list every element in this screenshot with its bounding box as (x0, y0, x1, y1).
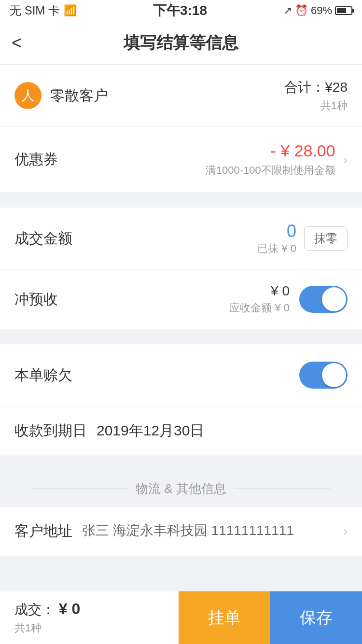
address-chevron-icon: › (343, 524, 348, 539)
chevron-right-icon: › (343, 152, 348, 168)
precharge-sub: 应收金额 ¥ 0 (229, 301, 290, 315)
due-date-label: 收款到期日 (14, 421, 87, 441)
nav-bar: < 填写结算等信息 (0, 21, 362, 65)
address-row[interactable]: 客户地址 张三 海淀永丰科技园 11111111111 › (0, 507, 362, 556)
bottom-deal-row: 成交： ¥ 0 (14, 600, 164, 619)
due-date-row: 收款到期日 2019年12月30日 (0, 406, 362, 455)
divider-2 (0, 336, 362, 344)
bottom-info: 成交： ¥ 0 共1种 (0, 600, 179, 635)
alarm-icon: ⏰ (295, 4, 308, 17)
address-value: 张三 海淀永丰科技园 11111111111 (82, 521, 294, 540)
transaction-sub: 已抹 ¥ 0 (257, 241, 296, 256)
wifi-icon: 📶 (64, 4, 77, 17)
transaction-right: 0 已抹 ¥ 0 抹零 (257, 221, 348, 256)
address-label: 客户地址 (14, 521, 72, 541)
sim-label: 无 SIM 卡 (10, 3, 60, 18)
transaction-label: 成交金额 (14, 229, 72, 249)
credit-section: 本单赊欠 收款到期日 2019年12月30日 (0, 344, 362, 455)
precharge-amount: ¥ 0 (229, 283, 290, 299)
customer-name: 零散客户 (50, 86, 108, 106)
address-left: 客户地址 张三 海淀永丰科技园 11111111111 (14, 521, 294, 541)
customer-summary: 合计：¥28 共1种 (284, 78, 348, 113)
toggle-knob (322, 287, 346, 311)
customer-left: 人 零散客户 (14, 82, 108, 109)
status-right: ↗ ⏰ 69% (283, 4, 352, 17)
avatar: 人 (14, 82, 42, 109)
credit-row: 本单赊欠 (0, 344, 362, 406)
divider-1 (0, 200, 362, 208)
coupon-label: 优惠券 (14, 150, 58, 169)
credit-toggle[interactable] (299, 362, 348, 389)
transaction-amount: 0 (257, 221, 296, 241)
avatar-icon: 人 (21, 86, 35, 105)
logistics-header: 物流 & 其他信息 (0, 471, 362, 507)
precharge-right: ¥ 0 应收金额 ¥ 0 (229, 283, 348, 315)
coupon-right: - ¥ 28.00 满1000-100不限制使用金额 › (206, 141, 348, 178)
bottom-deal-amount: ¥ 0 (59, 600, 80, 617)
divider-3 (0, 463, 362, 471)
precharge-label: 冲预收 (14, 290, 58, 309)
status-left: 无 SIM 卡 📶 (10, 3, 77, 18)
bottom-count: 共1种 (14, 621, 164, 635)
precharge-row: 冲预收 ¥ 0 应收金额 ¥ 0 (0, 269, 362, 329)
location-icon: ↗ (283, 4, 292, 17)
credit-toggle-knob (322, 363, 346, 387)
status-time: 下午3:18 (153, 1, 207, 20)
coupon-description: 满1000-100不限制使用金额 (206, 163, 335, 178)
back-button[interactable]: < (12, 33, 22, 53)
precharge-amounts: ¥ 0 应收金额 ¥ 0 (229, 283, 290, 315)
precharge-toggle[interactable] (299, 286, 348, 313)
page-title: 填写结算等信息 (124, 32, 238, 54)
transaction-section: 成交金额 0 已抹 ¥ 0 抹零 冲预收 ¥ 0 应收金额 ¥ 0 (0, 208, 362, 329)
battery-percent: 69% (311, 4, 332, 17)
due-date-value: 2019年12月30日 (97, 421, 204, 441)
status-bar: 无 SIM 卡 📶 下午3:18 ↗ ⏰ 69% (0, 0, 362, 21)
transaction-row: 成交金额 0 已抹 ¥ 0 抹零 (0, 208, 362, 269)
round-button[interactable]: 抹零 (304, 226, 348, 251)
credit-label: 本单赊欠 (14, 365, 72, 385)
logistics-label: 物流 & 其他信息 (136, 480, 226, 497)
hang-button[interactable]: 挂单 (179, 591, 270, 644)
coupon-row[interactable]: 优惠券 - ¥ 28.00 满1000-100不限制使用金额 › (0, 126, 362, 192)
save-button[interactable]: 保存 (270, 591, 362, 644)
total-amount: 合计：¥28 (284, 78, 348, 97)
customer-row: 人 零散客户 合计：¥28 共1种 (0, 65, 362, 126)
battery-icon (335, 6, 352, 15)
customer-section: 人 零散客户 合计：¥28 共1种 优惠券 - ¥ 28.00 满1000-10… (0, 65, 362, 192)
bottom-bar: 成交： ¥ 0 共1种 挂单 保存 (0, 591, 362, 644)
bottom-deal-label: 成交： (14, 602, 55, 617)
coupon-discount: - ¥ 28.00 (206, 141, 335, 160)
total-count: 共1种 (284, 98, 348, 113)
